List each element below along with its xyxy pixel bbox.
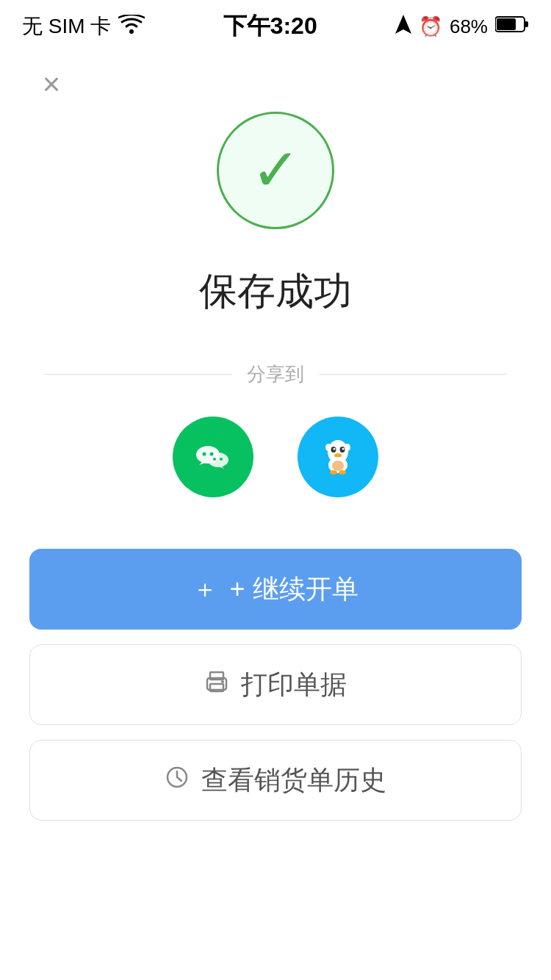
print-button[interactable]: 打印单据 — [29, 644, 522, 725]
share-section: 分享到 — [0, 361, 551, 497]
history-button[interactable]: 查看销货单历史 — [29, 740, 522, 821]
svg-point-9 — [220, 458, 223, 461]
svg-point-8 — [213, 458, 216, 461]
success-title: 保存成功 — [199, 266, 352, 317]
continue-label: + 继续开单 — [229, 572, 358, 608]
alarm-icon: ⏰ — [419, 15, 442, 38]
share-label: 分享到 — [232, 361, 319, 387]
status-left: 无 SIM 卡 — [22, 12, 145, 40]
svg-point-20 — [325, 444, 331, 451]
checkmark-icon: ✓ — [251, 141, 300, 200]
status-time: 下午3:20 — [223, 10, 317, 43]
svg-point-25 — [221, 680, 224, 683]
svg-point-7 — [210, 453, 214, 456]
svg-point-19 — [339, 470, 346, 475]
plus-icon: ＋ — [192, 572, 217, 606]
qq-share-button[interactable] — [298, 417, 378, 497]
svg-point-18 — [330, 470, 337, 475]
wechat-icon — [192, 436, 234, 478]
status-bar: 无 SIM 卡 下午3:20 ⏰ 68% — [0, 0, 551, 53]
svg-rect-2 — [525, 21, 528, 27]
svg-point-17 — [332, 461, 344, 471]
print-label: 打印单据 — [241, 667, 347, 703]
success-circle: ✓ — [217, 112, 334, 229]
close-icon: × — [43, 69, 61, 100]
svg-point-13 — [334, 448, 336, 450]
continue-button[interactable]: ＋ + 继续开单 — [29, 549, 522, 630]
wifi-icon — [118, 15, 145, 39]
divider-left — [44, 374, 232, 375]
svg-rect-3 — [497, 18, 516, 30]
svg-point-6 — [203, 453, 206, 456]
battery-percent: 68% — [450, 15, 488, 38]
history-label: 查看销货单历史 — [201, 763, 386, 799]
wechat-share-button[interactable] — [173, 417, 253, 497]
status-right: ⏰ 68% — [395, 15, 529, 39]
close-button[interactable]: × — [29, 62, 73, 107]
svg-point-21 — [345, 444, 350, 451]
location-icon — [395, 15, 411, 39]
svg-point-14 — [342, 448, 345, 450]
svg-point-0 — [129, 29, 134, 34]
share-divider-row: 分享到 — [0, 361, 551, 387]
main-content: ✓ 保存成功 分享到 — [0, 53, 551, 821]
qq-icon — [317, 436, 359, 478]
share-icons-row — [173, 417, 378, 497]
no-sim-label: 无 SIM 卡 — [22, 12, 111, 40]
clock-icon — [165, 765, 190, 796]
printer-icon — [204, 669, 229, 700]
battery-icon — [495, 15, 529, 38]
buttons-section: ＋ + 继续开单 打印单据 查看销货单历 — [0, 549, 551, 821]
divider-right — [319, 374, 507, 375]
